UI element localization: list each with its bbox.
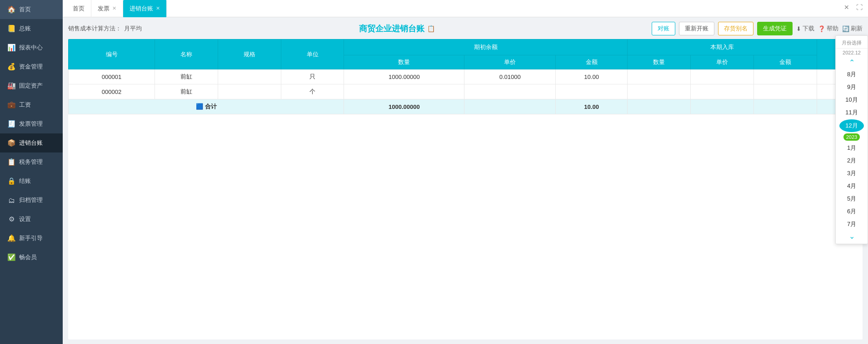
cell-unit-0: 只: [281, 69, 344, 84]
sidebar: 🏠首页📒总账📊报表中心💰资金管理🏭固定资产💼工资🧾发票管理📦进销台账📋税务管理🔒…: [0, 0, 63, 344]
col-opening-balance: 期初余额: [344, 39, 628, 55]
sidebar-item-finance[interactable]: 💰资金管理: [0, 57, 63, 76]
cell-unit-1: 个: [281, 84, 344, 99]
cell-code-1: 000002: [69, 84, 155, 99]
help-button[interactable]: ❓ 帮助: [818, 25, 838, 33]
download-icon: ⬇: [796, 25, 801, 32]
col-in-amount: 金额: [753, 55, 817, 69]
sidebar-label-stock: 进销台账: [19, 139, 43, 147]
generate-voucher-button[interactable]: 生成凭证: [757, 22, 793, 35]
sidebar-item-member[interactable]: ✅畅会员: [0, 248, 63, 267]
cell-in-qty-0: [628, 69, 691, 84]
month-4[interactable]: 4月: [836, 180, 868, 192]
month-2[interactable]: 2月: [836, 154, 868, 167]
sidebar-label-assets: 固定资产: [19, 82, 43, 90]
refresh-icon: 🔄: [842, 25, 849, 32]
month-11[interactable]: 11月: [836, 106, 868, 119]
cell-name-0: 前缸: [155, 69, 218, 84]
sidebar-item-reports[interactable]: 📊报表中心: [0, 38, 63, 57]
month-10[interactable]: 10月: [836, 93, 868, 106]
sidebar-label-reports: 报表中心: [19, 44, 43, 52]
sidebar-item-close[interactable]: 🔒结账: [0, 172, 63, 191]
sidebar-icon-archive: 🗂: [7, 196, 15, 204]
total-open-amount: 10.00: [556, 99, 628, 114]
total-open-qty: 1000.00000: [344, 99, 464, 114]
sidebar-icon-stock: 📦: [7, 139, 15, 147]
tab-close-invoice[interactable]: ✕: [112, 5, 116, 11]
sidebar-icon-salary: 💼: [7, 101, 15, 109]
table-total-row: 🟦 合计 1000.00000 10.00: [69, 99, 863, 114]
reconcile-button[interactable]: 对账: [652, 22, 675, 35]
window-controls: ✕ ⛶: [842, 2, 864, 12]
refresh-button[interactable]: 🔄 刷新: [842, 25, 863, 33]
sidebar-item-stock[interactable]: 📦进销台账: [0, 133, 63, 152]
sidebar-label-member: 畅会员: [19, 253, 37, 261]
cell-code-0: 000001: [69, 69, 155, 84]
sidebar-item-salary[interactable]: 💼工资: [0, 95, 63, 114]
sidebar-label-guide: 新手引导: [19, 234, 43, 242]
maximize-button[interactable]: ⛶: [854, 2, 864, 12]
sidebar-item-invoice[interactable]: 🧾发票管理: [0, 114, 63, 133]
col-period-in: 本期入库: [628, 39, 817, 55]
month-1[interactable]: 1月: [836, 142, 868, 154]
tab-stock[interactable]: 进销台账✕: [123, 0, 167, 17]
cost-method-label: 销售成本计算方法：: [68, 25, 121, 33]
tab-label-stock: 进销台账: [130, 5, 153, 13]
sidebar-item-ledger[interactable]: 📒总账: [0, 19, 63, 38]
tab-home[interactable]: 首页: [66, 0, 91, 17]
table-body: 000001 前缸 只 1000.00000 0.01000 10.00 000…: [69, 69, 863, 114]
month-6[interactable]: 6月: [836, 205, 868, 218]
toolbar-buttons: 对账 重新开账 存货别名 生成凭证 ⬇ 下载 ❓ 帮助 🔄 刷新: [652, 22, 863, 35]
cell-in-qty-1: [628, 84, 691, 99]
cell-open-price-1: [464, 84, 556, 99]
save-alias-button[interactable]: 存货别名: [718, 22, 753, 35]
sidebar-item-guide[interactable]: 🔔新手引导: [0, 229, 63, 248]
month-8[interactable]: 8月: [836, 68, 868, 81]
year-2022-label: 2022.12: [836, 49, 868, 57]
cell-name-1: 前缸: [155, 84, 218, 99]
sidebar-label-invoice: 发票管理: [19, 120, 43, 128]
sidebar-item-archive[interactable]: 🗂归档管理: [0, 191, 63, 210]
table-row: 000001 前缸 只 1000.00000 0.01000 10.00: [69, 69, 863, 84]
month-7[interactable]: 7月: [836, 218, 868, 231]
cell-open-qty-0: 1000.00000: [344, 69, 464, 84]
cell-open-price-0: 0.01000: [464, 69, 556, 84]
tab-invoice[interactable]: 发票✕: [91, 0, 123, 17]
download-button[interactable]: ⬇ 下载: [796, 25, 814, 33]
page-title-text: 商贸企业进销台账: [359, 23, 424, 34]
sidebar-icon-reports: 📊: [7, 44, 15, 52]
sidebar-item-tax[interactable]: 📋税务管理: [0, 152, 63, 172]
page-title: 商贸企业进销台账 📋: [359, 23, 435, 34]
sidebar-icon-invoice: 🧾: [7, 120, 15, 128]
cell-in-price-1: [690, 84, 753, 99]
month-scroll-down[interactable]: ⌄: [836, 231, 868, 242]
total-icon: 🟦: [196, 103, 203, 110]
reopen-button[interactable]: 重新开账: [679, 22, 714, 35]
cell-in-amount-1: [753, 84, 817, 99]
sidebar-icon-tax: 📋: [7, 158, 15, 166]
col-name: 名称: [155, 39, 218, 69]
tab-label-home: 首页: [73, 5, 85, 13]
month-9[interactable]: 9月: [836, 81, 868, 93]
info-icon[interactable]: 📋: [427, 25, 435, 32]
month-scroll-up[interactable]: ⌃: [836, 57, 868, 68]
tab-bar: 首页发票✕进销台账✕: [63, 0, 868, 17]
sidebar-item-settings[interactable]: ⚙设置: [0, 210, 63, 229]
sidebar-icon-finance: 💰: [7, 63, 15, 71]
sidebar-icon-assets: 🏭: [7, 82, 15, 90]
sidebar-item-home[interactable]: 🏠首页: [0, 0, 63, 19]
cell-spec-0: [218, 69, 281, 84]
col-code: 编号: [69, 39, 155, 69]
month-5[interactable]: 5月: [836, 192, 868, 205]
data-table-wrapper: 编号 名称 规格 单位 期初余额 本期入库 数 数量 单价 金额 数量 单价: [68, 39, 863, 339]
tab-close-stock[interactable]: ✕: [156, 5, 160, 11]
month-12[interactable]: 12月: [839, 119, 864, 132]
sidebar-label-tax: 税务管理: [19, 158, 43, 166]
sidebar-icon-ledger: 📒: [7, 25, 15, 33]
sidebar-label-archive: 归档管理: [19, 196, 43, 204]
cost-method-info: 销售成本计算方法： 月平均: [68, 25, 142, 33]
sidebar-item-assets[interactable]: 🏭固定资产: [0, 76, 63, 95]
sidebar-label-home: 首页: [19, 5, 31, 14]
minimize-button[interactable]: ✕: [842, 2, 852, 12]
month-3[interactable]: 3月: [836, 167, 868, 180]
